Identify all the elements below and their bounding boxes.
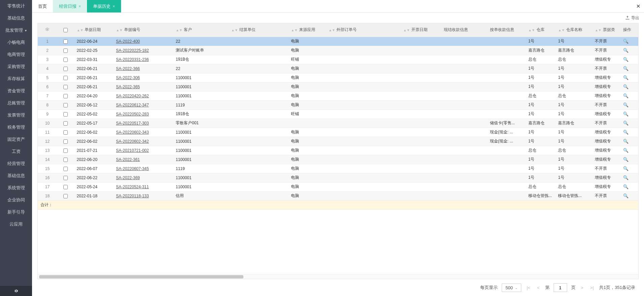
search-icon[interactable]: 🔍: [623, 57, 628, 62]
doc-link[interactable]: SA-20220602-342: [116, 139, 149, 144]
cell-checkbox[interactable]: [57, 109, 74, 119]
cell-checkbox[interactable]: [57, 100, 74, 109]
search-icon[interactable]: 🔍: [623, 166, 628, 171]
cell-op[interactable]: 🔍: [620, 119, 638, 128]
sidebar-item-12[interactable]: 工资: [0, 145, 32, 158]
table-row[interactable]: 152022-06-07SA-20220607-3451119电脑1号1号不开票…: [38, 164, 638, 173]
sidebar-item-4[interactable]: 电商管理: [0, 48, 32, 61]
search-icon[interactable]: 🔍: [623, 66, 628, 71]
search-icon[interactable]: 🔍: [623, 130, 628, 135]
cell-op[interactable]: 🔍: [620, 73, 638, 82]
table-row[interactable]: 12022-06-24SA-2022-40022电脑1号1号不开票🔍: [38, 37, 638, 46]
cell-checkbox[interactable]: [57, 182, 74, 191]
cell-op[interactable]: 🔍: [620, 55, 638, 64]
doc-link[interactable]: SA-2022-361: [116, 157, 140, 162]
col-wh[interactable]: ▲▼仓库: [526, 23, 556, 37]
search-icon[interactable]: 🔍: [623, 139, 628, 144]
sidebar-item-15[interactable]: 系统管理: [0, 182, 32, 194]
cell-checkbox[interactable]: [57, 191, 74, 200]
cell-op[interactable]: 🔍: [620, 37, 638, 46]
cell-op[interactable]: 🔍: [620, 91, 638, 100]
col-invdate[interactable]: ▲▼开票日期: [401, 23, 441, 37]
tab-bar-close[interactable]: ×: [633, 0, 644, 12]
cell-checkbox[interactable]: [57, 82, 74, 91]
table-row[interactable]: 142022-06-20SA-2022-3611100001电脑1号1号增值税专…: [38, 155, 638, 164]
row-checkbox[interactable]: [63, 158, 68, 162]
table-row[interactable]: 42022-06-21SA-2022-36622电脑1号1号不开票🔍: [38, 64, 638, 73]
row-checkbox[interactable]: [63, 94, 68, 98]
per-page-select[interactable]: 500 ⌄: [502, 284, 521, 292]
search-icon[interactable]: 🔍: [623, 75, 628, 80]
cell-checkbox[interactable]: [57, 173, 74, 182]
table-row[interactable]: 22022-02-25SA-20220225-182测试客户对账单电脑嘉言路仓嘉…: [38, 46, 638, 55]
table-row[interactable]: 172022-05-24SA-20220524-3111100001电脑总仓总仓…: [38, 182, 638, 191]
col-checkbox[interactable]: [57, 23, 74, 37]
row-checkbox[interactable]: [63, 185, 68, 189]
col-billunit[interactable]: ▲▼结算单位: [229, 23, 288, 37]
search-icon[interactable]: 🔍: [623, 93, 628, 98]
close-icon[interactable]: ×: [79, 4, 81, 9]
doc-link[interactable]: SA-20220524-311: [116, 185, 149, 189]
close-icon[interactable]: ×: [113, 4, 115, 9]
row-checkbox[interactable]: [63, 167, 68, 171]
tab-daily-report[interactable]: 经营日报 ×: [53, 0, 87, 12]
table-row[interactable]: 82022-06-12SA-20220612-3471119电脑1号1号不开票🔍: [38, 100, 638, 109]
cell-checkbox[interactable]: [57, 46, 74, 55]
select-all-checkbox[interactable]: [63, 28, 68, 32]
table-row[interactable]: 162022-06-22SA-2022-3691100001电脑1号1号增值税专…: [38, 173, 638, 182]
cell-op[interactable]: 🔍: [620, 164, 638, 173]
search-icon[interactable]: 🔍: [623, 121, 628, 126]
row-checkbox[interactable]: [63, 58, 68, 62]
col-src[interactable]: ▲▼来源应用: [288, 23, 326, 37]
sidebar-item-5[interactable]: 采购管理: [0, 61, 32, 73]
sidebar-item-9[interactable]: 发票管理: [0, 109, 32, 121]
row-checkbox[interactable]: [63, 48, 68, 53]
cell-checkbox[interactable]: [57, 91, 74, 100]
row-checkbox[interactable]: [63, 149, 68, 153]
sidebar-item-3[interactable]: 小畅电商: [0, 36, 32, 48]
search-icon[interactable]: 🔍: [623, 175, 628, 180]
search-icon[interactable]: 🔍: [623, 184, 628, 189]
sidebar-item-1[interactable]: 基础信息: [0, 12, 32, 24]
doc-link[interactable]: SA-20220420-262: [116, 94, 149, 98]
cell-checkbox[interactable]: [57, 146, 74, 155]
horizontal-scrollbar[interactable]: [38, 274, 638, 279]
table-row[interactable]: 182022-01-18SA-20220118-133信用电脑移动仓管拣...移…: [38, 191, 638, 200]
col-whname[interactable]: ▲▼仓库名称: [555, 23, 592, 37]
doc-link[interactable]: SA-2022-306: [116, 75, 140, 80]
cell-op[interactable]: 🔍: [620, 155, 638, 164]
cell-op[interactable]: 🔍: [620, 182, 638, 191]
sidebar-item-10[interactable]: 税务管理: [0, 121, 32, 133]
page-first[interactable]: |<: [525, 285, 532, 290]
col-date[interactable]: ▲▼单据日期: [74, 23, 113, 37]
cell-checkbox[interactable]: [57, 128, 74, 137]
doc-link[interactable]: SA-20220607-345: [116, 166, 149, 171]
cell-checkbox[interactable]: [57, 164, 74, 173]
table-row[interactable]: 132021-07-21SA-20210721-0021100001电脑总仓总仓…: [38, 146, 638, 155]
cell-op[interactable]: 🔍: [620, 173, 638, 182]
cell-op[interactable]: 🔍: [620, 128, 638, 137]
search-icon[interactable]: 🔍: [623, 102, 628, 107]
col-cash[interactable]: 现结收款信息: [441, 23, 487, 37]
row-checkbox[interactable]: [63, 67, 68, 71]
cell-checkbox[interactable]: [57, 64, 74, 73]
table-row[interactable]: 62022-06-21SA-2022-3651100001电脑1号1号增值税专🔍: [38, 82, 638, 91]
search-icon[interactable]: 🔍: [623, 111, 628, 117]
sidebar-item-0[interactable]: 零售统计: [0, 0, 32, 12]
row-checkbox[interactable]: [63, 139, 68, 144]
cell-checkbox[interactable]: [57, 119, 74, 128]
row-checkbox[interactable]: [63, 76, 68, 80]
doc-link[interactable]: SA-20220225-182: [116, 48, 149, 53]
doc-link[interactable]: SA-20220612-347: [116, 103, 149, 107]
col-ext[interactable]: ▲▼外部订单号: [326, 23, 401, 37]
cell-checkbox[interactable]: [57, 137, 74, 146]
page-next[interactable]: >: [580, 285, 585, 290]
tab-bill-history[interactable]: 单据历史 ×: [87, 0, 121, 12]
cell-op[interactable]: 🔍: [620, 82, 638, 91]
table-scroll[interactable]: ▲▼单据日期 ▲▼单据编号 ▲▼客户 ▲▼结算单位 ▲▼来源应用 ▲▼外部订单号…: [38, 23, 638, 274]
cell-op[interactable]: 🔍: [620, 191, 638, 200]
col-ticket[interactable]: ▲▼票据类: [592, 23, 620, 37]
doc-link[interactable]: SA-20220502-283: [116, 112, 149, 117]
cell-op[interactable]: 🔍: [620, 137, 638, 146]
col-gear[interactable]: [38, 23, 57, 37]
